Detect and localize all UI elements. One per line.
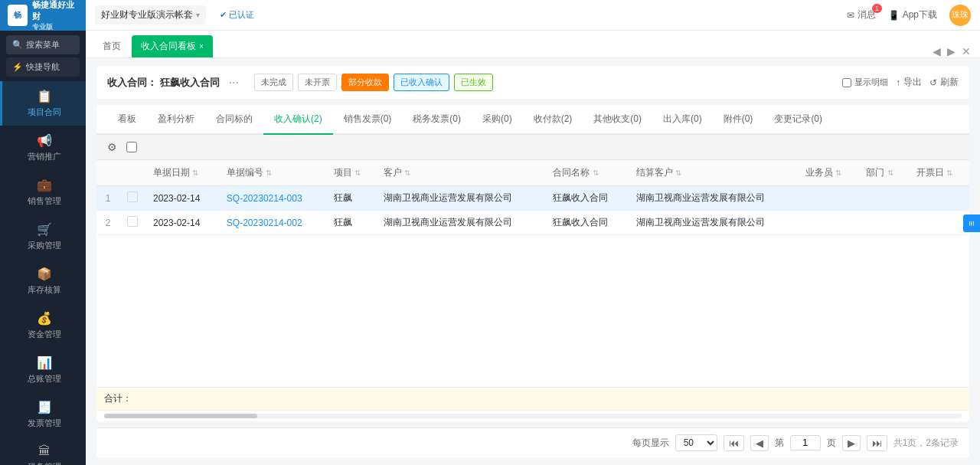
sidebar-item-project-contract[interactable]: 📋 项目合同 — [0, 81, 86, 126]
data-table: 单据日期 ⇅ 单据编号 ⇅ 项目 ⇅ — [96, 160, 969, 235]
download-icon: 📱 — [888, 10, 900, 21]
show-detail-checkbox[interactable] — [842, 78, 851, 87]
sidebar-item-ledger[interactable]: 📊 总账管理 — [0, 348, 86, 392]
export-button[interactable]: ↑ 导出 — [896, 76, 922, 89]
tab-attachments[interactable]: 附件(0) — [713, 105, 764, 135]
tab-contract-subject[interactable]: 合同标的 — [205, 105, 263, 135]
status-revenue-confirmed[interactable]: 已收入确认 — [394, 74, 449, 91]
row-department — [858, 186, 908, 211]
row-contract-name: 狂飙收入合同 — [545, 211, 628, 235]
status-partial-receipt[interactable]: 部分收款 — [341, 74, 389, 91]
prev-page-button[interactable]: ◀ — [750, 435, 769, 451]
home-tab[interactable]: 首页 — [95, 35, 129, 57]
tab-close-button[interactable]: × — [199, 42, 204, 51]
tab-sales-invoice[interactable]: 销售发票(0) — [333, 105, 403, 135]
tab-other-income[interactable]: 其他收支(0) — [583, 105, 652, 135]
quick-nav-button[interactable]: ⚡ 快捷导航 — [6, 57, 80, 77]
topbar-actions: ✉ 1 消息 📱 App下载 珠珠 — [847, 5, 971, 26]
tab-close-all-button[interactable]: ✕ — [962, 45, 971, 57]
tab-receipts-payments[interactable]: 收付款(2) — [523, 105, 583, 135]
certified-badge: ✔ 已认证 — [220, 9, 254, 21]
bill-no-link[interactable]: SQ-20230214-003 — [227, 193, 302, 204]
tax-icon: 🏛 — [38, 444, 51, 458]
total-info: 共1页，2条记录 — [893, 437, 959, 450]
right-side-panel[interactable]: ≡ — [963, 214, 980, 232]
sidebar-item-purchase[interactable]: 🛒 采购管理 — [0, 214, 86, 259]
table-row[interactable]: 2 2023-02-14 SQ-20230214-002 狂飙 湖南卫视商业运营… — [96, 211, 969, 235]
sidebar-item-finance[interactable]: 💰 资金管理 — [0, 303, 86, 348]
show-detail-label: 显示明细 — [854, 77, 888, 88]
sidebar-item-sales[interactable]: 💼 销售管理 — [0, 170, 86, 214]
sub-tabs: 看板 盈利分析 合同标的 收入确认(2) 销售发票(0) 税务发票(0) 采购(… — [96, 105, 969, 135]
row-checkbox[interactable] — [127, 192, 138, 202]
tab-board[interactable]: 看板 — [107, 105, 147, 135]
sidebar-item-marketing[interactable]: 📢 营销推广 — [0, 126, 86, 170]
search-menu-button[interactable]: 🔍 搜索菜单 — [6, 35, 80, 54]
tab-next-button[interactable]: ▶ — [947, 45, 956, 57]
col-contract-name[interactable]: 合同名称 ⇅ — [545, 160, 628, 186]
row-date: 2023-02-14 — [145, 186, 219, 211]
row-checkbox[interactable] — [127, 216, 138, 227]
tab-prev-button[interactable]: ◀ — [933, 45, 941, 57]
sidebar-item-invoice[interactable]: 🧾 发票管理 — [0, 392, 86, 437]
sales-icon: 💼 — [37, 178, 52, 192]
sort-date-icon: ⇅ — [192, 169, 198, 177]
status-uninvoiced[interactable]: 未开票 — [298, 74, 337, 91]
sidebar-item-label: 库存核算 — [28, 284, 61, 296]
select-all-checkbox[interactable] — [126, 142, 137, 152]
col-department[interactable]: 部门 ⇅ — [858, 160, 908, 186]
table-row[interactable]: 1 2023-02-14 SQ-20230214-003 狂飙 湖南卫视商业运营… — [96, 186, 969, 211]
page-number-input[interactable] — [790, 435, 821, 450]
total-label: 合计： — [104, 393, 132, 404]
tab-change-records[interactable]: 变更记录(0) — [763, 105, 833, 135]
col-number — [96, 160, 119, 186]
message-button[interactable]: ✉ 1 消息 — [847, 8, 876, 21]
sort-department-icon: ⇅ — [887, 169, 893, 177]
export-icon: ↑ — [896, 77, 900, 88]
next-page-button[interactable]: ▶ — [842, 435, 861, 451]
contract-header: 收入合同： 狂飙收入合同 ··· 未完成 未开票 部分收款 已收入确认 已生效 … — [96, 66, 969, 99]
sidebar-item-inventory[interactable]: 📦 库存核算 — [0, 259, 86, 303]
col-salesperson[interactable]: 业务员 ⇅ — [798, 160, 858, 186]
sidebar-item-tax[interactable]: 🏛 税务管理 — [0, 437, 86, 465]
sidebar-item-label: 项目合同 — [28, 106, 61, 118]
last-page-button[interactable]: ⏭ — [867, 435, 887, 451]
tab-warehouse[interactable]: 出入库(0) — [652, 105, 713, 135]
horizontal-scrollbar-track[interactable] — [104, 414, 962, 418]
per-page-select[interactable]: 20 50 100 — [675, 434, 717, 451]
col-bill-no[interactable]: 单据编号 ⇅ — [219, 160, 326, 186]
sort-settlement-icon: ⇅ — [675, 169, 681, 177]
row-salesperson — [798, 211, 858, 235]
contract-board-tab[interactable]: 收入合同看板 × — [132, 35, 213, 57]
lightning-icon: ⚡ — [12, 62, 23, 72]
app-download-button[interactable]: 📱 App下载 — [888, 8, 937, 21]
row-customer: 湖南卫视商业运营发展有限公司 — [376, 186, 545, 211]
horizontal-scrollbar-thumb[interactable] — [104, 414, 257, 418]
company-selector[interactable]: 好业财专业版演示帐套 ▾ — [95, 5, 206, 25]
finance-icon: 💰 — [37, 311, 52, 326]
col-date[interactable]: 单据日期 ⇅ — [145, 160, 219, 186]
status-effective[interactable]: 已生效 — [454, 74, 493, 91]
message-icon: ✉ — [847, 10, 854, 21]
tab-tax-invoice[interactable]: 税务发票(0) — [402, 105, 472, 135]
more-options-button[interactable]: ··· — [229, 77, 239, 89]
col-invoice-date[interactable]: 开票日 ⇅ — [909, 160, 969, 186]
col-project[interactable]: 项目 ⇅ — [326, 160, 376, 186]
col-settlement-customer[interactable]: 结算客户 ⇅ — [629, 160, 798, 186]
check-icon: ✔ — [220, 10, 227, 20]
status-incomplete[interactable]: 未完成 — [254, 74, 293, 91]
row-settlement-customer: 湖南卫视商业运营发展有限公司 — [629, 211, 798, 235]
bill-no-link[interactable]: SQ-20230214-002 — [227, 218, 302, 228]
sidebar-item-label: 总账管理 — [28, 373, 61, 385]
col-customer[interactable]: 客户 ⇅ — [376, 160, 545, 186]
first-page-button[interactable]: ⏮ — [724, 435, 744, 451]
sidebar: 畅 畅捷通好业财 专业版 🔍 搜索菜单 ⚡ 快捷导航 📋 项目合同 📢 营销推广… — [0, 0, 86, 465]
tab-purchase[interactable]: 采购(0) — [472, 105, 523, 135]
user-avatar[interactable]: 珠珠 — [949, 5, 971, 26]
dropdown-icon: ▾ — [196, 11, 200, 19]
settings-icon[interactable]: ⚙ — [103, 139, 122, 155]
sidebar-item-label: 销售管理 — [28, 195, 61, 207]
tab-profit-analysis[interactable]: 盈利分析 — [147, 105, 205, 135]
tab-revenue-confirmation[interactable]: 收入确认(2) — [263, 105, 333, 135]
refresh-button[interactable]: ↺ 刷新 — [929, 76, 959, 89]
